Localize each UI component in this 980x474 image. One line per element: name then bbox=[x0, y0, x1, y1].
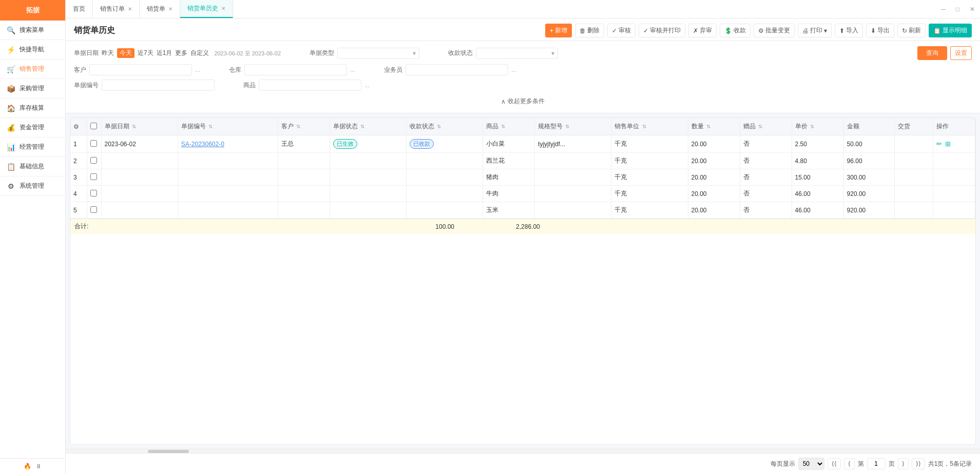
delete-button[interactable]: 🗑 删除 bbox=[575, 24, 604, 37]
goods-input[interactable] bbox=[259, 80, 361, 91]
doc-no-link-0[interactable]: SA-20230602-0 bbox=[181, 141, 224, 148]
col-customer[interactable]: 客户 ⇅ bbox=[278, 118, 330, 135]
window-close[interactable]: ✕ bbox=[965, 0, 980, 18]
print-button[interactable]: 🖨 打印 ▾ bbox=[798, 24, 832, 37]
next-page-btn[interactable]: ⟩ bbox=[898, 458, 909, 469]
col-quantity[interactable]: 数量 ⇅ bbox=[688, 118, 740, 135]
add-button[interactable]: + 新增 bbox=[545, 24, 572, 37]
window-maximize[interactable]: □ bbox=[951, 0, 965, 18]
tab-sales-history[interactable]: 销货单历史 ✕ bbox=[180, 0, 233, 18]
col-checkbox[interactable] bbox=[87, 118, 101, 135]
row-check-4[interactable] bbox=[87, 202, 101, 219]
batch-change-button[interactable]: ⚙ 批量变更 bbox=[754, 24, 795, 37]
col-sales-unit[interactable]: 销售单位 ⇅ bbox=[611, 118, 688, 135]
collect-button[interactable]: 💲 收款 bbox=[720, 24, 751, 37]
col-gift[interactable]: 赠品 ⇅ bbox=[740, 118, 792, 135]
tab-sales-goods[interactable]: 销货单 ✕ bbox=[140, 0, 180, 18]
row-check-0[interactable] bbox=[87, 135, 101, 153]
scrollbar-thumb[interactable] bbox=[148, 450, 189, 453]
row-check-3[interactable] bbox=[87, 186, 101, 202]
shortcut-today[interactable]: 今天 bbox=[117, 48, 134, 58]
collect-status-label: 收款状态 bbox=[448, 49, 473, 57]
sidebar-item-system[interactable]: ⚙ 系统管理 bbox=[0, 176, 65, 196]
doc-type-select[interactable]: ▾ bbox=[337, 48, 419, 59]
pause-icon[interactable]: ⏸ bbox=[35, 463, 42, 470]
warehouse-input[interactable] bbox=[244, 64, 347, 75]
sidebar-item-search[interactable]: 🔍 搜索菜单 bbox=[0, 21, 65, 40]
row-amount-2: 300.00 bbox=[843, 169, 895, 186]
row-date-0: 2023-06-02 bbox=[101, 135, 178, 153]
warehouse-ellipsis[interactable]: ... bbox=[350, 66, 355, 73]
system-icon: ⚙ bbox=[6, 182, 15, 190]
audit-button[interactable]: ✓ 审核 bbox=[607, 24, 636, 37]
collapse-button[interactable]: ∧ 收起更多条件 bbox=[74, 95, 972, 108]
row-checkbox-2[interactable] bbox=[90, 173, 97, 180]
refresh-button[interactable]: ↻ 刷新 bbox=[897, 24, 926, 37]
shortcut-1month[interactable]: 近1月 bbox=[157, 49, 172, 57]
customer-ellipsis[interactable]: ... bbox=[195, 66, 200, 73]
shortcut-custom[interactable]: 自定义 bbox=[190, 49, 209, 57]
page-suffix: 页 bbox=[889, 460, 895, 468]
select-all-checkbox[interactable] bbox=[90, 123, 97, 129]
page-number-input[interactable] bbox=[867, 458, 886, 469]
last-page-btn[interactable]: ⟩⟩ bbox=[912, 458, 925, 469]
tab-sales-order-close[interactable]: ✕ bbox=[128, 6, 132, 12]
abandon-button[interactable]: ✗ 弃审 bbox=[688, 24, 717, 37]
col-collect-status[interactable]: 收款状态 ⇅ bbox=[406, 118, 483, 135]
sidebar-item-inventory[interactable]: 🏠 库存核算 bbox=[0, 98, 65, 118]
shortcut-more[interactable]: 更多 bbox=[175, 49, 187, 57]
show-detail-button[interactable]: 📋 显示明细 bbox=[929, 24, 972, 37]
col-unit-price[interactable]: 单价 ⇅ bbox=[792, 118, 843, 135]
settings-button[interactable]: 设置 bbox=[950, 46, 972, 60]
tab-home[interactable]: 首页 bbox=[66, 0, 93, 18]
row-qty-1: 20.00 bbox=[688, 153, 740, 169]
sidebar-item-sales[interactable]: 🛒 销售管理 bbox=[0, 60, 65, 79]
collect-status-group: 收款状态 ▾ bbox=[448, 48, 558, 59]
row-price-2: 15.00 bbox=[792, 169, 843, 186]
col-doc-status[interactable]: 单据状态 ⇅ bbox=[330, 118, 406, 135]
salesperson-input[interactable] bbox=[406, 64, 508, 75]
query-button[interactable]: 查询 bbox=[917, 46, 947, 60]
customer-input[interactable] bbox=[89, 64, 192, 75]
col-doc-date[interactable]: 单据日期 ⇅ bbox=[101, 118, 178, 135]
row-check-1[interactable] bbox=[87, 153, 101, 169]
collect-status-select[interactable]: ▾ bbox=[476, 48, 558, 59]
row-check-2[interactable] bbox=[87, 169, 101, 186]
sidebar-item-quick-nav[interactable]: ⚡ 快捷导航 bbox=[0, 40, 65, 60]
row-checkbox-3[interactable] bbox=[90, 190, 97, 196]
fire-icon[interactable]: 🔥 bbox=[24, 463, 31, 470]
row-checkbox-0[interactable] bbox=[90, 140, 97, 147]
col-settings[interactable]: ⚙ bbox=[70, 118, 87, 135]
import-button[interactable]: ⬆ 导入 bbox=[835, 24, 863, 37]
edit-icon-0[interactable]: ✏ bbox=[936, 140, 942, 148]
col-spec-type[interactable]: 规格型号 ⇅ bbox=[535, 118, 611, 135]
per-page-select[interactable]: 50 100 200 bbox=[798, 458, 824, 470]
horizontal-scrollbar[interactable] bbox=[66, 449, 980, 453]
doc-no-input[interactable] bbox=[102, 80, 215, 91]
row-gift-1: 否 bbox=[740, 153, 792, 169]
window-minimize[interactable]: ─ bbox=[936, 0, 951, 18]
row-checkbox-1[interactable] bbox=[90, 157, 97, 164]
sort-icon-gift: ⇅ bbox=[758, 124, 762, 129]
settings-icon: ⚙ bbox=[73, 123, 79, 130]
tab-sales-history-close[interactable]: ✕ bbox=[221, 6, 225, 11]
row-checkbox-4[interactable] bbox=[90, 206, 97, 213]
tab-sales-goods-close[interactable]: ✕ bbox=[168, 6, 172, 12]
col-doc-no[interactable]: 单据编号 ⇅ bbox=[178, 118, 278, 135]
shortcut-7days[interactable]: 近7天 bbox=[138, 49, 153, 57]
goods-ellipsis[interactable]: ... bbox=[364, 82, 370, 89]
export-button[interactable]: ⬇ 导出 bbox=[866, 24, 894, 37]
sidebar-item-base-info[interactable]: 📋 基础信息 bbox=[0, 157, 65, 176]
col-goods[interactable]: 商品 ⇅ bbox=[483, 118, 535, 135]
sidebar-item-purchase[interactable]: 📦 采购管理 bbox=[0, 79, 65, 98]
row-gift-0: 否 bbox=[740, 135, 792, 153]
sidebar-item-finance[interactable]: 💰 资金管理 bbox=[0, 118, 65, 137]
prev-page-btn[interactable]: ⟨ bbox=[844, 458, 855, 469]
first-page-btn[interactable]: ⟨⟨ bbox=[828, 458, 841, 469]
tab-sales-order[interactable]: 销售订单 ✕ bbox=[93, 0, 140, 18]
copy-icon-0[interactable]: ⊞ bbox=[945, 140, 951, 148]
salesperson-ellipsis[interactable]: ... bbox=[511, 66, 516, 73]
audit-print-button[interactable]: ✓ 审核并打印 bbox=[639, 24, 685, 37]
shortcut-yesterday[interactable]: 昨天 bbox=[102, 49, 114, 57]
sidebar-item-operations[interactable]: 📊 经营管理 bbox=[0, 137, 65, 157]
